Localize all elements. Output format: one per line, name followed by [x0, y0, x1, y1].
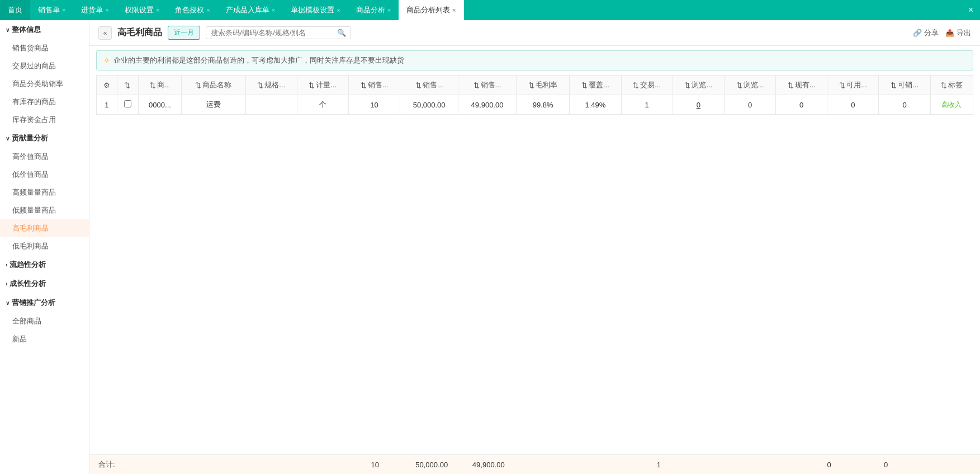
footer-sales-profit: 49,900.00 — [460, 461, 517, 469]
col-sort-sales-amt[interactable]: ⇅ — [415, 81, 422, 90]
row-checkbox[interactable] — [117, 95, 138, 115]
tab-templates[interactable]: 单据模板设置× — [283, 0, 348, 20]
col-name: ⇅商品名称 — [182, 76, 245, 95]
tab-analysis-list[interactable]: 商品分析列表× — [399, 0, 463, 20]
col-unit: ⇅计量... — [297, 76, 348, 95]
tab-label-sales: 销售单 — [38, 0, 60, 20]
col-trade: ⇅交易... — [621, 76, 673, 95]
sidebar-item-all-goods[interactable]: 全部商品 — [0, 312, 89, 330]
filter-month-button[interactable]: 近一月 — [168, 26, 200, 40]
tab-purchase[interactable]: 进货单× — [73, 0, 116, 20]
col-sort-sales-profit[interactable]: ⇅ — [474, 81, 480, 90]
info-text: 企业的主要的利润都是这部分商品创造的，可考虑加大推广，同时关注库存是不要出现缺货 — [113, 55, 404, 65]
col-sort-tag[interactable]: ⇅ — [941, 81, 947, 90]
col-sort-browse2[interactable]: ⇅ — [736, 81, 742, 90]
tab-home[interactable]: 首页 — [0, 0, 30, 20]
tab-label-purchase: 进货单 — [81, 0, 103, 20]
search-box: 🔍 — [206, 26, 351, 39]
col-label-sales-qty: 销售... — [368, 80, 389, 90]
col-label-spec: 规格... — [264, 80, 285, 90]
sidebar-item-inventory-capital[interactable]: 库存资金占用 — [0, 111, 89, 129]
col-label-available1: 现有... — [795, 80, 816, 90]
table-wrapper[interactable]: ⚙⇅⇅商...⇅商品名称⇅规格...⇅计量...⇅销售...⇅销售...⇅销售.… — [89, 75, 980, 454]
col-code: ⇅商... — [138, 76, 181, 95]
tab-close-products[interactable]: × — [272, 0, 275, 20]
row-trade: 1 — [621, 95, 673, 115]
col-sort-browse1[interactable]: ⇅ — [684, 81, 690, 90]
tab-sales[interactable]: 销售单× — [30, 0, 73, 20]
data-table: ⚙⇅⇅商...⇅商品名称⇅规格...⇅计量...⇅销售...⇅销售...⇅销售.… — [96, 75, 973, 115]
row-available1: 0 — [776, 95, 827, 115]
tab-close-analysis[interactable]: × — [387, 0, 391, 20]
col-sort-margin-rate[interactable]: ⇅ — [528, 81, 534, 90]
tab-close-purchase[interactable]: × — [105, 0, 108, 20]
tab-permissions[interactable]: 权限设置× — [117, 0, 167, 20]
search-input[interactable] — [211, 29, 335, 37]
row-browse1[interactable]: 0 — [673, 95, 724, 115]
footer-spacer2 — [176, 461, 233, 469]
sidebar-collapse-button[interactable]: « — [98, 26, 112, 40]
top-nav: 首页销售单×进货单×权限设置×角色授权×产成品入库单×单据模板设置×商品分析×商… — [0, 0, 980, 20]
tab-close-analysis-list[interactable]: × — [452, 0, 456, 20]
sidebar-group-arrow-marketing: ∨ — [6, 300, 10, 306]
sidebar-item-sales-goods[interactable]: 销售货商品 — [0, 39, 89, 57]
col-sort-available1[interactable]: ⇅ — [788, 81, 794, 90]
info-icon: ✧ — [103, 56, 110, 65]
sidebar-group-label-finance: 贡献量分析 — [12, 133, 48, 143]
col-sort-cover[interactable]: ⇅ — [581, 81, 588, 90]
col-sort-name[interactable]: ⇅ — [195, 81, 201, 90]
sidebar-group-flow[interactable]: ›流趋性分析 — [0, 255, 89, 274]
col-sort-spec[interactable]: ⇅ — [257, 81, 263, 90]
row-check-input[interactable] — [124, 100, 131, 107]
col-sort-available2[interactable]: ⇅ — [839, 81, 845, 90]
sidebar-item-inventory-goods[interactable]: 有库存的商品 — [0, 93, 89, 111]
main-layout: ∨整体信息销售货商品交易过的商品商品分类助销率有库存的商品库存资金占用∨贡献量分… — [0, 20, 980, 474]
search-icon[interactable]: 🔍 — [337, 29, 346, 37]
sidebar-item-high-margin[interactable]: 高毛利商品 — [0, 219, 89, 237]
sidebar-group-arrow-flow: › — [6, 262, 7, 268]
sidebar-group-overall[interactable]: ∨整体信息 — [0, 20, 89, 39]
export-button[interactable]: 📤 导出 — [945, 28, 971, 38]
sidebar-item-low-value[interactable]: 低价值商品 — [0, 166, 89, 184]
close-all-button[interactable]: × — [962, 5, 980, 15]
sidebar-item-low-freq[interactable]: 低频量量商品 — [0, 201, 89, 219]
sidebar-item-category-assist[interactable]: 商品分类助销率 — [0, 75, 89, 93]
row-sales-profit: 49,900.00 — [458, 95, 517, 115]
col-sort-code[interactable]: ⇅ — [150, 81, 156, 90]
sidebar-group-arrow-growth: › — [6, 281, 7, 287]
col-settings[interactable]: ⚙ — [97, 76, 117, 95]
tab-analysis[interactable]: 商品分析× — [348, 0, 399, 20]
row-settings: 1 — [97, 95, 117, 115]
col-sort-saleable[interactable]: ⇅ — [891, 81, 897, 90]
sidebar-item-high-value[interactable]: 高价值商品 — [0, 148, 89, 166]
col-sort-check[interactable]: ⇅ — [124, 81, 130, 90]
tab-roles[interactable]: 角色授权× — [167, 0, 217, 20]
share-button[interactable]: 🔗 分享 — [913, 28, 939, 38]
sidebar-item-low-margin[interactable]: 低毛利商品 — [0, 237, 89, 255]
sidebar-item-high-freq[interactable]: 高频量量商品 — [0, 184, 89, 201]
row-sales-amt: 50,000.00 — [400, 95, 458, 115]
sidebar-group-marketing[interactable]: ∨营销推广分析 — [0, 293, 89, 312]
row-code: 0000... — [138, 95, 181, 115]
col-sort-unit[interactable]: ⇅ — [309, 81, 315, 90]
sidebar-item-new-goods[interactable]: 新品 — [0, 330, 89, 348]
tab-close-permissions[interactable]: × — [156, 0, 159, 20]
row-sales-qty: 10 — [348, 95, 400, 115]
sidebar-item-traded-goods[interactable]: 交易过的商品 — [0, 57, 89, 75]
sidebar-group-label-growth: 成长性分析 — [10, 279, 46, 289]
footer-sales-qty: 10 — [347, 461, 404, 469]
sidebar-group-growth[interactable]: ›成长性分析 — [0, 274, 89, 293]
row-tag[interactable]: 高收入 — [930, 95, 973, 115]
tab-products[interactable]: 产成品入库单× — [218, 0, 283, 20]
col-sort-trade[interactable]: ⇅ — [633, 81, 639, 90]
col-sort-sales-qty[interactable]: ⇅ — [361, 81, 367, 90]
tab-close-templates[interactable]: × — [337, 0, 340, 20]
row-browse1-value[interactable]: 0 — [697, 101, 700, 109]
footer-trade: 1 — [631, 461, 688, 469]
sidebar-group-label-flow: 流趋性分析 — [10, 260, 46, 270]
col-cover: ⇅覆盖... — [570, 76, 621, 95]
tab-close-sales[interactable]: × — [62, 0, 65, 20]
tab-close-roles[interactable]: × — [206, 0, 210, 20]
sidebar-group-finance[interactable]: ∨贡献量分析 — [0, 129, 89, 148]
settings-icon[interactable]: ⚙ — [103, 81, 110, 90]
